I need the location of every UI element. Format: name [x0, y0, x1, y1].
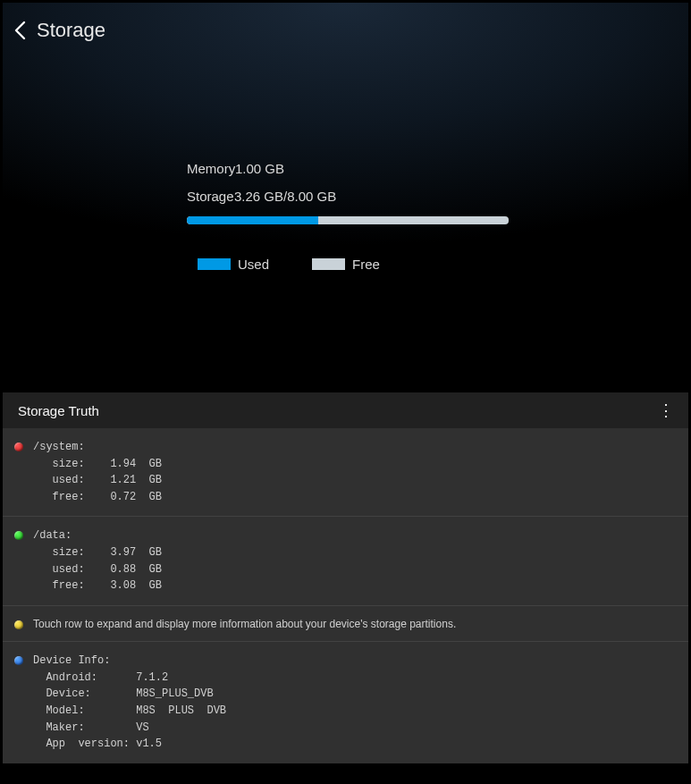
page-title: Storage [37, 19, 105, 42]
storage-progress-bar [187, 216, 509, 224]
partition-text: /data: size: 3.97 GB used: 0.88 GB free:… [33, 527, 162, 594]
partition-row-data[interactable]: /data: size: 3.97 GB used: 0.88 GB free:… [3, 517, 688, 605]
legend-used: Used [198, 257, 269, 272]
legend-free-label: Free [352, 257, 380, 272]
app-header: Storage Truth ⋮ [3, 392, 688, 428]
storage-value: 3.26 GB/8.00 GB [234, 189, 336, 204]
partition-row-system[interactable]: /system: size: 1.94 GB used: 1.21 GB fre… [3, 428, 688, 517]
storage-settings-panel: Storage Memory 1.00 GB Storage 3.26 GB/8… [3, 3, 688, 387]
memory-value: 1.00 GB [235, 161, 284, 176]
hint-row[interactable]: Touch row to expand and display more inf… [3, 606, 688, 642]
used-swatch-icon [198, 258, 231, 270]
yellow-dot-icon [14, 620, 23, 629]
blue-dot-icon [14, 656, 23, 665]
storage-label: Storage [187, 189, 234, 204]
legend-free: Free [312, 257, 380, 272]
header: Storage [3, 3, 688, 58]
memory-label: Memory [187, 161, 235, 176]
storage-row: Storage 3.26 GB/8.00 GB [187, 189, 688, 204]
overflow-menu-icon[interactable]: ⋮ [653, 400, 679, 420]
red-dot-icon [14, 443, 23, 451]
device-info-row[interactable]: Device Info: Android: 7.1.2 Device: M8S_… [3, 642, 688, 763]
app-title: Storage Truth [18, 403, 99, 418]
green-dot-icon [14, 531, 23, 540]
free-swatch-icon [312, 258, 345, 270]
storage-truth-panel: Storage Truth ⋮ /system: size: 1.94 GB u… [3, 392, 688, 763]
storage-content: Memory 1.00 GB Storage 3.26 GB/8.00 GB U… [3, 58, 688, 272]
hint-text: Touch row to expand and display more inf… [33, 617, 456, 630]
device-info-text: Device Info: Android: 7.1.2 Device: M8S_… [33, 653, 226, 753]
storage-progress-fill [187, 216, 318, 224]
legend-used-label: Used [238, 257, 269, 272]
legend: Used Free [187, 257, 688, 272]
back-icon[interactable] [10, 20, 31, 41]
memory-row: Memory 1.00 GB [187, 161, 688, 176]
partition-text: /system: size: 1.94 GB used: 1.21 GB fre… [33, 439, 162, 505]
